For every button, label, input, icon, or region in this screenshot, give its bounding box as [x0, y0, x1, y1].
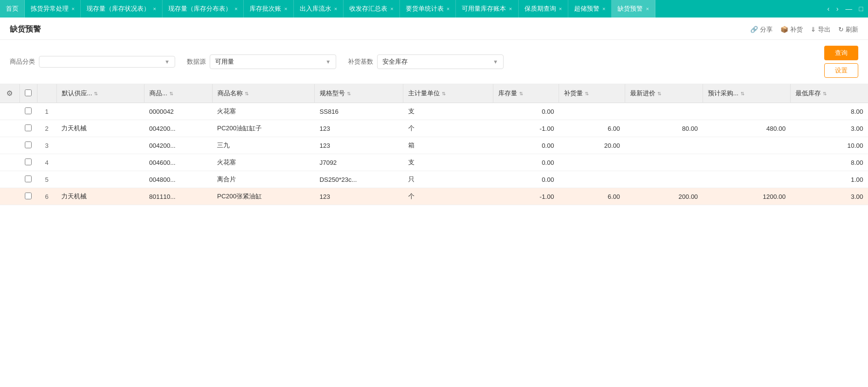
row-checkbox[interactable] [25, 141, 32, 148]
th-min-stock[interactable]: 最低库存 ⇅ [791, 84, 868, 103]
row-replenish-qty: 6.00 [559, 120, 625, 137]
row-estimated-purchase [703, 137, 790, 154]
nav-controls: ‹ › — □ [824, 3, 868, 15]
nav-tab-flow[interactable]: 出入库流水 × [294, 0, 344, 18]
row-stock: -1.00 [493, 120, 559, 137]
replenish-base-value: 安全库存 [382, 57, 408, 66]
row-product-name: 离合片 [212, 171, 314, 188]
close-icon[interactable]: × [334, 6, 337, 12]
row-index: 1 [37, 103, 56, 120]
close-icon[interactable]: × [509, 6, 512, 12]
category-select[interactable]: ▼ [39, 56, 175, 68]
replenish-button[interactable]: 📦 补货 [780, 25, 803, 34]
th-replenish-qty[interactable]: 补货量 ⇅ [559, 84, 625, 103]
close-icon[interactable]: × [284, 6, 287, 12]
row-replenish-qty [559, 103, 625, 120]
nav-tab-overstock[interactable]: 超储预警 × [568, 0, 612, 18]
category-filter-group: 商品分类 ▼ [10, 56, 175, 68]
nav-next-button[interactable]: › [833, 3, 842, 15]
close-icon[interactable]: × [602, 6, 605, 12]
row-checkbox[interactable] [25, 124, 32, 131]
close-icon[interactable]: × [447, 6, 450, 12]
th-spec[interactable]: 规格型号 ⇅ [315, 84, 403, 103]
close-icon[interactable]: × [235, 6, 237, 12]
datasource-select[interactable]: 可用量 ▼ [210, 54, 336, 69]
row-checkbox[interactable] [25, 176, 32, 182]
maximize-button[interactable]: □ [856, 3, 866, 15]
nav-tab-shortage[interactable]: 缺货预警 × [612, 0, 655, 18]
share-icon: 🔗 [750, 26, 758, 33]
nav-prev-button[interactable]: ‹ [824, 3, 832, 15]
row-checkbox[interactable] [25, 158, 32, 165]
row-estimated-purchase [703, 103, 790, 120]
nav-tab-home[interactable]: 首页 [0, 0, 25, 18]
th-default-supplier[interactable]: 默认供应... ⇅ [56, 84, 144, 103]
row-product-code: 004200... [144, 137, 212, 154]
row-min-stock: 10.00 [791, 137, 868, 154]
nav-tab-picking[interactable]: 拣货异常处理 × [25, 0, 81, 18]
nav-tab-batch[interactable]: 库存批次账 × [244, 0, 293, 18]
row-stock: 0.00 [493, 154, 559, 171]
table-row: 5 004800... 离合片 DS250*23c... 只 0.00 1.00 [0, 171, 868, 188]
close-icon[interactable]: × [72, 6, 74, 12]
sort-icon: ⇅ [245, 91, 249, 96]
row-estimated-purchase: 1200.00 [703, 188, 790, 205]
th-stock[interactable]: 库存量 ⇅ [493, 84, 559, 103]
sort-icon: ⇅ [741, 91, 744, 96]
row-min-stock: 3.00 [791, 188, 868, 205]
top-navigation: 首页 拣货异常处理 × 现存量（库存状况表） × 现存量（库存分布表） × 库存… [0, 0, 868, 18]
replenish-base-filter-group: 补货基数 安全库存 ▼ [348, 54, 504, 69]
query-button[interactable]: 查询 [824, 46, 858, 60]
row-latest-price [625, 154, 703, 171]
table-row: 6 力天机械 801110... PC200张紧油缸 123 个 -1.00 6… [0, 188, 868, 205]
row-checkbox[interactable] [25, 107, 32, 114]
th-index [37, 84, 56, 103]
row-index: 5 [37, 171, 56, 188]
settings-button[interactable]: 设置 [824, 63, 858, 78]
row-product-name: PC200油缸缸子 [212, 120, 314, 137]
filter-bar: 商品分类 ▼ 数据源 可用量 ▼ 补货基数 安全库存 ▼ 查询 设置 [0, 40, 868, 84]
row-index: 3 [37, 137, 56, 154]
share-button[interactable]: 🔗 分享 [750, 25, 773, 34]
close-icon[interactable]: × [646, 6, 649, 12]
row-product-code: 004200... [144, 120, 212, 137]
row-product-name: 火花塞 [212, 154, 314, 171]
gear-icon[interactable]: ⚙ [6, 89, 13, 98]
table-row: 4 004600... 火花塞 J7092 支 0.00 8.00 [0, 154, 868, 171]
export-button[interactable]: ⇓ 导出 [811, 25, 831, 34]
close-icon[interactable]: × [390, 6, 393, 12]
row-unit: 支 [403, 154, 493, 171]
th-latest-price[interactable]: 最新进价 ⇅ [625, 84, 703, 103]
row-spec: 123 [315, 137, 403, 154]
row-settings-cell [0, 103, 19, 120]
nav-tab-inventory-status[interactable]: 现存量（库存状况表） × [81, 0, 162, 18]
row-product-code: 0000042 [144, 103, 212, 120]
datasource-value: 可用量 [215, 57, 234, 66]
nav-tab-available[interactable]: 可用量库存账本 × [456, 0, 518, 18]
row-estimated-purchase: 480.00 [703, 120, 790, 137]
row-latest-price [625, 137, 703, 154]
th-estimated-purchase[interactable]: 预计采购... ⇅ [703, 84, 790, 103]
th-product-code[interactable]: 商品... ⇅ [144, 84, 212, 103]
close-icon[interactable]: × [559, 6, 562, 12]
close-icon[interactable]: × [153, 6, 156, 12]
row-settings-cell [0, 188, 19, 205]
row-spec: SS816 [315, 103, 403, 120]
select-all-checkbox[interactable] [25, 89, 32, 96]
page-content: 缺货预警 🔗 分享 📦 补货 ⇓ 导出 ↻ 刷新 商品分类 [0, 18, 868, 387]
nav-tab-summary[interactable]: 收发存汇总表 × [344, 0, 399, 18]
nav-tab-expiry[interactable]: 保质期查询 × [519, 0, 568, 18]
nav-tab-inventory-dist[interactable]: 现存量（库存分布表） × [163, 0, 244, 18]
th-product-name[interactable]: 商品名称 ⇅ [212, 84, 314, 103]
row-default-supplier [56, 103, 144, 120]
minimize-button[interactable]: — [843, 3, 855, 15]
row-checkbox[interactable] [25, 193, 32, 199]
table-row: 3 004200... 三九 123 箱 0.00 20.00 10.00 [0, 137, 868, 154]
th-unit[interactable]: 主计量单位 ⇅ [403, 84, 493, 103]
replenish-base-select[interactable]: 安全库存 ▼ [377, 54, 504, 69]
nav-tab-demand[interactable]: 要货单统计表 × [400, 0, 456, 18]
filter-actions: 查询 设置 [824, 46, 858, 78]
replenish-icon: 📦 [780, 26, 788, 33]
row-replenish-qty [559, 154, 625, 171]
refresh-button[interactable]: ↻ 刷新 [838, 25, 858, 34]
